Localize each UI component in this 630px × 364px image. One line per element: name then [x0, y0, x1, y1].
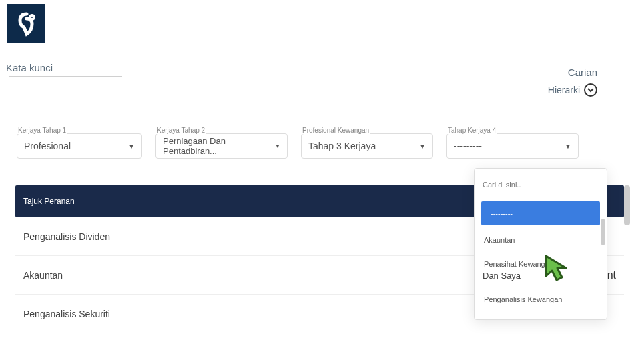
caret-down-icon: ▼ [275, 143, 280, 149]
table-cell-title: Akauntan [23, 270, 63, 281]
dropdown-value: --------- [454, 141, 482, 151]
dropdown-label: Kerjaya Tahap 1 [17, 127, 67, 134]
table-header-title: Tajuk Peranan [23, 197, 75, 206]
dropdown-option[interactable]: Penasihat Kewangan [475, 252, 607, 269]
svg-point-0 [30, 15, 34, 19]
dropdown-label: Profesional Kewangan [301, 127, 370, 134]
hierarki-label: Hierarki [548, 85, 580, 95]
chevron-down-icon [584, 83, 597, 97]
keyword-input-underline[interactable] [9, 76, 122, 77]
hierarki-toggle[interactable]: Hierarki [548, 83, 597, 97]
dropdown-option[interactable]: Penganalisis Kewangan [475, 287, 607, 311]
caret-down-icon: ▼ [128, 143, 135, 150]
dropdown-value: Tahap 3 Kerjaya [308, 141, 376, 151]
table-cell-title: Penganalisis Dividen [23, 231, 110, 242]
caret-down-icon: ▼ [565, 143, 571, 150]
panel-scrollbar[interactable] [601, 219, 605, 245]
table-cell-title: Penganalisis Sekuriti [23, 309, 110, 319]
hook-icon [13, 11, 40, 37]
dropdown-panel-tahap-4: --------- Akauntan Penasihat Kewangan Da… [474, 168, 607, 320]
dropdown-label: Tahap Kerjaya 4 [446, 127, 497, 134]
filter-row: Kerjaya Tahap 1 Profesional ▼ Kerjaya Ta… [17, 133, 579, 159]
scrollbar[interactable] [624, 185, 630, 225]
dropdown-tahap-kerjaya-4[interactable]: Tahap Kerjaya 4 --------- ▼ [446, 133, 579, 159]
keyword-label: Kata kunci [6, 62, 53, 73]
dropdown-option-selected[interactable]: --------- [481, 201, 600, 225]
dropdown-kerjaya-tahap-1[interactable]: Kerjaya Tahap 1 Profesional ▼ [17, 133, 142, 159]
caret-down-icon: ▼ [419, 143, 426, 150]
dropdown-label: Kerjaya Tahap 2 [155, 127, 206, 134]
carian-label[interactable]: Carian [568, 67, 597, 78]
dropdown-profesional-kewangan[interactable]: Profesional Kewangan Tahap 3 Kerjaya ▼ [301, 133, 433, 159]
dropdown-option[interactable]: Akauntan [475, 228, 607, 252]
dropdown-option[interactable]: Dan Saya [475, 269, 607, 287]
dropdown-value: Profesional [24, 141, 71, 151]
dropdown-search-input[interactable] [483, 181, 599, 193]
dropdown-value: Perniagaan Dan Pentadbiran... [163, 136, 275, 156]
dropdown-kerjaya-tahap-2[interactable]: Kerjaya Tahap 2 Perniagaan Dan Pentadbir… [155, 133, 288, 159]
app-logo[interactable] [7, 4, 45, 43]
